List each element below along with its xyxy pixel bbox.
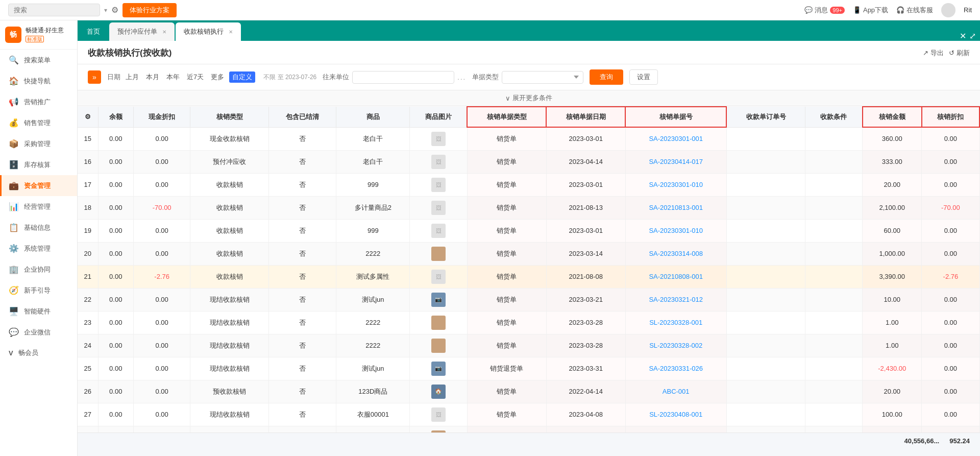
this-year-link[interactable]: 本年 (164, 71, 182, 83)
cell-writeoff-bill-date: 2023-03-31 (546, 357, 625, 380)
cell-row-num: 28 (78, 426, 98, 433)
sidebar-item-business[interactable]: 📊 经营管理 (0, 196, 77, 217)
avatar[interactable] (941, 3, 955, 17)
tab-bar-expand-button[interactable]: ⤢ (969, 31, 976, 41)
cell-writeoff-type: 收款核销 (190, 242, 268, 265)
cell-writeoff-type: 收款核销 (190, 219, 268, 242)
last-month-link[interactable]: 上月 (124, 71, 141, 83)
cell-writeoff-discount: -70.00 (922, 196, 979, 219)
cell-writeoff-bill-type: 销货退货单 (467, 357, 546, 380)
cell-writeoff-amount: 100.00 (863, 426, 922, 433)
sidebar-logo: 畅 畅捷通·好生意 标准版 (0, 20, 77, 50)
cell-receipt-condition (805, 288, 862, 311)
tab-writeoff[interactable]: 收款核销执行 ✕ (176, 22, 241, 41)
cell-goods-img: 🖼 (410, 127, 467, 150)
cell-writeoff-bill-type: 销货单 (467, 265, 546, 288)
settings-button[interactable]: 设置 (629, 69, 658, 85)
cell-writeoff-bill-no[interactable]: SL-20230328-001 (625, 311, 726, 334)
marketing-icon: 📢 (9, 97, 19, 107)
cell-writeoff-bill-no[interactable]: ABC-001 (625, 380, 726, 403)
sidebar-item-system[interactable]: ⚙️ 系统管理 (0, 238, 77, 259)
sidebar-item-nav[interactable]: 🏠 快捷导航 (0, 70, 77, 91)
app-download-button[interactable]: 📱 App下载 (853, 6, 888, 15)
top-bar-right: 💬 消息 99+ 📱 App下载 🎧 在线客服 Rit (804, 3, 972, 17)
table-row: 15 0.00 0.00 现金收款核销 否 老白干 🖼 销货单 2023-03-… (78, 127, 979, 150)
tab-prepay-close[interactable]: ✕ (162, 29, 166, 35)
cell-writeoff-type: 现金收款核销 (190, 127, 268, 150)
footer-total-discount: 952.24 (949, 437, 970, 445)
this-month-link[interactable]: 本月 (144, 71, 161, 83)
tab-home[interactable]: 首页 (79, 22, 108, 41)
cell-writeoff-bill-date: 2023-03-14 (546, 242, 625, 265)
more-link[interactable]: 更多 (209, 71, 226, 83)
sidebar-item-purchase[interactable]: 📦 采购管理 (0, 133, 77, 154)
cell-writeoff-bill-no[interactable]: SL-20230418-001 (625, 426, 726, 433)
cell-balance: 0.00 (98, 196, 133, 219)
cell-writeoff-bill-no[interactable]: SA-20230301-010 (625, 173, 726, 196)
cell-writeoff-bill-no[interactable]: SA-20210808-001 (625, 265, 726, 288)
hardware-icon: 🖥️ (9, 306, 19, 316)
receipt-type-select[interactable] (502, 71, 583, 84)
cell-writeoff-bill-date: 2021-08-08 (546, 265, 625, 288)
logo-text-area: 畅捷通·好生意 标准版 (26, 27, 64, 43)
cell-writeoff-bill-no[interactable]: SA-20230331-026 (625, 357, 726, 380)
tab-prepay[interactable]: 预付冲应付单 ✕ (109, 22, 175, 41)
refresh-button[interactable]: ↺ 刷新 (949, 49, 970, 58)
cell-goods-img: 🖼 (410, 403, 467, 426)
cell-goods: 衣服00001 (336, 403, 410, 426)
sidebar-item-basic[interactable]: 📋 基础信息 (0, 217, 77, 238)
cell-writeoff-bill-no[interactable]: SL-20230408-001 (625, 403, 726, 426)
export-button[interactable]: ↗ 导出 (923, 49, 944, 58)
cell-row-num: 17 (78, 173, 98, 196)
cell-writeoff-bill-date: 2023-03-21 (546, 288, 625, 311)
gear-button[interactable]: ⚙ (111, 5, 118, 15)
cell-writeoff-bill-no[interactable]: SL-20230328-002 (625, 334, 726, 357)
custom-link[interactable]: 自定义 (229, 71, 255, 83)
cell-writeoff-bill-no[interactable]: SA-20230414-017 (625, 150, 726, 173)
sidebar-item-marketing[interactable]: 📢 营销推广 (0, 91, 77, 112)
cell-writeoff-type: 收款核销 (190, 173, 268, 196)
sidebar-item-finance[interactable]: 💼 资金管理 (0, 175, 77, 196)
cell-writeoff-discount: 0.00 (922, 150, 979, 173)
message-button[interactable]: 💬 消息 99+ (804, 6, 845, 15)
sidebar-item-sales[interactable]: 💰 销售管理 (0, 112, 77, 133)
sidebar-item-search[interactable]: 🔍 搜索菜单 (0, 50, 77, 70)
cell-writeoff-bill-no[interactable]: SA-20230314-008 (625, 242, 726, 265)
cell-writeoff-discount: 0.00 (922, 334, 979, 357)
sidebar-item-wechat[interactable]: 💬 企业微信 (0, 322, 77, 343)
sidebar-item-inventory[interactable]: 🗄️ 库存核算 (0, 154, 77, 175)
filter-expand-button[interactable]: » (88, 70, 101, 84)
last7-link[interactable]: 近7天 (185, 71, 206, 83)
date-range-display: 不限 至 2023-07-26 (261, 73, 316, 82)
cell-cash-discount: -2.76 (133, 265, 190, 288)
sidebar-item-enterprise[interactable]: 🏢 企业协同 (0, 259, 77, 280)
tab-bar-close-button[interactable]: ✕ (960, 31, 966, 41)
message-badge: 99+ (830, 7, 845, 14)
sidebar-label-search: 搜索菜单 (24, 56, 51, 65)
sidebar-item-hardware[interactable]: 🖥️ 智能硬件 (0, 301, 77, 322)
cell-writeoff-bill-no[interactable]: SA-20210813-001 (625, 196, 726, 219)
online-service-button[interactable]: 🎧 在线客服 (896, 6, 933, 15)
sidebar-label-wechat: 企业微信 (24, 328, 51, 337)
search-input[interactable] (8, 4, 100, 16)
industry-btn[interactable]: 体验行业方案 (122, 3, 177, 17)
cell-writeoff-bill-no[interactable]: SA-20230301-001 (625, 127, 726, 150)
cell-cash-discount: 0.00 (133, 357, 190, 380)
cell-receipt-condition (805, 311, 862, 334)
cell-writeoff-bill-no[interactable]: SA-20230301-010 (625, 219, 726, 242)
cell-row-num: 21 (78, 265, 98, 288)
sidebar-item-guide[interactable]: 🧭 新手引导 (0, 280, 77, 301)
expand-more-button[interactable]: ∨ 展开更多条件 (505, 93, 552, 103)
cell-balance: 0.00 (98, 265, 133, 288)
table-container[interactable]: ⚙ 余额 现金折扣 核销类型 包含已结清 商品 商品图片 核销单据类型 核销单据… (78, 106, 980, 433)
cell-writeoff-bill-no[interactable]: SA-20230321-012 (625, 288, 726, 311)
cell-row-num: 23 (78, 311, 98, 334)
sidebar: 畅 畅捷通·好生意 标准版 🔍 搜索菜单 🏠 快捷导航 📢 营销推广 💰 销售管… (0, 20, 78, 456)
cell-writeoff-amount: 2,100.00 (863, 196, 922, 219)
from-unit-input[interactable] (352, 71, 454, 84)
query-button[interactable]: 查询 (590, 69, 623, 85)
sidebar-item-member[interactable]: V 畅会员 (0, 343, 77, 363)
sidebar-label-marketing: 营销推广 (24, 98, 51, 107)
cell-writeoff-bill-type: 销货单 (467, 219, 546, 242)
tab-writeoff-close[interactable]: ✕ (229, 29, 233, 35)
